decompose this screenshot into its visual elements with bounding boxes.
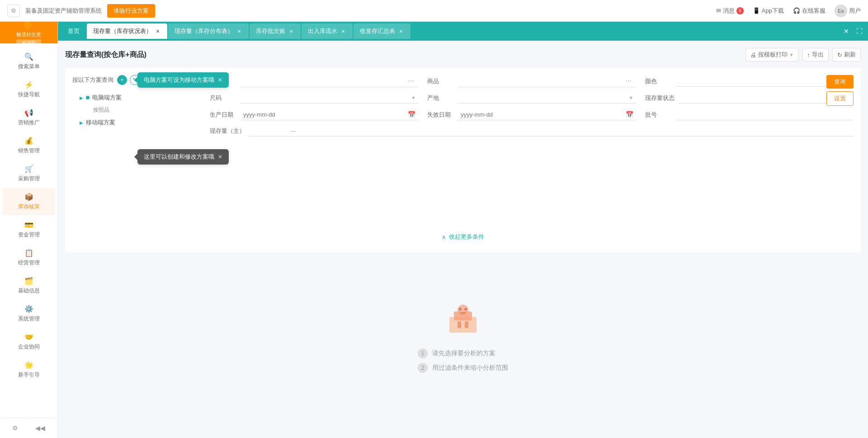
export-btn[interactable]: ↑ 导出 — [802, 48, 829, 61]
print-icon: 🖨 — [750, 52, 756, 58]
headset-icon: 🎧 — [793, 7, 800, 14]
add-scheme-btn[interactable]: + — [117, 75, 127, 85]
collapse-sidebar-btn[interactable]: ◀◀ — [33, 422, 48, 434]
page-title: 现存量查询(按仓库+商品) — [65, 50, 146, 60]
sidebar-item-operations-label: 经营管理 — [18, 259, 40, 267]
production-date-cal[interactable]: 📅 — [408, 111, 415, 118]
tab-inventory-status-close[interactable]: ✕ — [155, 28, 161, 34]
tab-summary-close[interactable]: ✕ — [398, 28, 404, 34]
nav-icon: ⚡ — [24, 80, 33, 89]
marketing-icon: 📢 — [24, 108, 33, 117]
step-2-num: 2 — [418, 363, 428, 373]
tab-actions: ✕ ⛶ — [842, 26, 864, 37]
warehouse-input-wrap[interactable]: ··· — [241, 75, 418, 87]
color-select[interactable] — [679, 78, 851, 85]
user-btn[interactable]: Ea 用户 — [835, 5, 861, 17]
sidebar-item-marketing-label: 营销推广 — [18, 119, 40, 127]
sidebar-item-sales[interactable]: 💰 销售管理 — [3, 132, 55, 159]
color-label: 颜色 — [645, 77, 672, 85]
expiry-date-start[interactable] — [461, 111, 623, 118]
print-btn[interactable]: 🖨 按模板打印 ▼ — [745, 48, 799, 61]
batch-input[interactable] — [676, 109, 854, 120]
scheme-active-dot — [86, 96, 90, 99]
tab-inventory-dist[interactable]: 现存量（库存分布表） ✕ — [168, 24, 249, 39]
sidebar-item-basic[interactable]: 🗂️ 基础信息 — [3, 272, 55, 299]
refresh-btn[interactable]: ↻ 刷新 — [832, 48, 861, 61]
tab-inout-flow-close[interactable]: ✕ — [340, 28, 346, 34]
expiry-date-cal[interactable]: 📅 — [626, 111, 633, 118]
print-chevron: ▼ — [789, 52, 794, 57]
logo-name: 畅通好生意 — [16, 31, 41, 38]
close-all-btn[interactable]: ✕ — [842, 26, 851, 37]
tab-inventory-dist-label: 现存量（库存分布表） — [175, 27, 233, 35]
refresh-icon: ↻ — [837, 52, 842, 58]
gear-button[interactable]: ⚙ — [7, 5, 20, 17]
settings-bottom-btn[interactable]: ⚙ — [9, 422, 21, 434]
search-button[interactable]: 查询 — [826, 75, 854, 89]
sidebar-item-inventory[interactable]: 📦 库存核算 — [3, 188, 55, 215]
filter-row-4: 现存量（主） — — [210, 126, 854, 137]
maximize-btn[interactable]: ⛶ — [854, 26, 864, 37]
search-menu-icon: 🔍 — [24, 52, 33, 61]
tab-inout-flow[interactable]: 出入库流水 ✕ — [302, 24, 353, 39]
tab-home[interactable]: 首页 — [61, 24, 86, 38]
size-select-wrap[interactable]: ▼ — [241, 93, 418, 104]
sidebar-item-nav[interactable]: ⚡ 快捷导航 — [3, 76, 55, 103]
sidebar-item-system[interactable]: ⚙️ 系统管理 — [3, 300, 55, 327]
filter-stock-status: 现存量状态 ▼ — [645, 93, 854, 104]
sidebar-item-operations[interactable]: 📋 经营管理 — [3, 244, 55, 271]
svg-point-6 — [464, 308, 467, 311]
filter-row-1: 仓库 ··· 商品 ··· — [210, 75, 854, 87]
stock-qty-max[interactable] — [299, 127, 335, 134]
sidebar-item-search[interactable]: 🔍 搜索菜单 — [3, 48, 55, 75]
basic-icon: 🗂️ — [24, 277, 33, 285]
size-select[interactable] — [243, 94, 415, 101]
step-2-text: 用过滤条件来缩小分析范围 — [432, 364, 508, 372]
industry-btn[interactable]: 体验行业方案 — [107, 4, 155, 18]
scheme-tooltip: 电脑方案可设为移动方案哦 ✕ — [137, 72, 229, 88]
sidebar-item-search-label: 搜索菜单 — [18, 63, 40, 71]
sidebar-menu: 🔍 搜索菜单 ⚡ 快捷导航 📢 营销推广 💰 销售管理 🛒 采购管理 — [0, 43, 57, 418]
collapse-btn[interactable]: ∧ 收起更多条件 — [72, 228, 854, 245]
sidebar-item-cooperation-label: 企业协同 — [18, 343, 40, 351]
origin-select[interactable] — [461, 94, 633, 101]
top-bar-left: ⚙ 装备及固定资产辅助管理系统 体验行业方案 — [7, 4, 155, 18]
origin-select-wrap[interactable]: ▼ — [458, 93, 636, 104]
tab-summary[interactable]: 收发存汇总表 ✕ — [354, 24, 410, 39]
tab-inventory-status-label: 现存量（库存状况表） — [93, 27, 152, 35]
production-date-label: 生产日期 — [210, 111, 237, 119]
edit-tooltip-close[interactable]: ✕ — [218, 154, 222, 160]
main-content: 现存量查询(按仓库+商品) 🖨 按模板打印 ▼ ↑ 导出 ↻ — [58, 41, 868, 438]
search-bar-label: 按以下方案查询 — [72, 76, 113, 84]
goods-dots[interactable]: ··· — [623, 77, 633, 85]
messages-btn[interactable]: ✉ 消息 6 — [716, 7, 744, 15]
sidebar-item-cooperation[interactable]: 🤝 企业协同 — [3, 328, 55, 355]
filter-goods: 商品 ··· — [427, 75, 636, 87]
sidebar-item-purchase[interactable]: 🛒 采购管理 — [3, 160, 55, 187]
online-service-btn[interactable]: 🎧 在线客服 — [793, 7, 826, 15]
sidebar-item-system-label: 系统管理 — [18, 315, 40, 323]
app-download-btn[interactable]: 📱 App下载 — [753, 7, 784, 15]
production-date-start[interactable] — [243, 111, 406, 118]
sidebar-item-guide[interactable]: 🌟 新手引导 — [3, 356, 55, 383]
stock-status-select[interactable] — [681, 94, 851, 101]
tab-inventory-status[interactable]: 现存量（库存状况表） ✕ — [87, 24, 167, 39]
stock-qty-range: — — [249, 126, 854, 137]
sidebar-item-marketing[interactable]: 📢 营销推广 — [3, 104, 55, 131]
messages-badge: 6 — [736, 7, 744, 14]
phone-icon: 📱 — [753, 7, 760, 14]
warehouse-dots[interactable]: ··· — [406, 77, 415, 85]
tab-batch-account[interactable]: 库存批次账 ✕ — [250, 24, 301, 39]
svg-rect-4 — [465, 321, 468, 328]
scheme-tooltip-close[interactable]: ✕ — [218, 77, 222, 83]
reset-button[interactable]: 设置 — [826, 91, 854, 106]
export-icon: ↑ — [807, 52, 811, 58]
tab-batch-account-close[interactable]: ✕ — [288, 28, 294, 34]
sidebar-item-finance[interactable]: 💳 资金管理 — [3, 216, 55, 243]
goods-input-wrap[interactable]: ··· — [458, 75, 636, 87]
sub-scheme-label: 按照品 — [93, 106, 109, 114]
empty-step-2: 2 用过滤条件来缩小分析范围 — [418, 363, 508, 373]
scheme-expand-icon: ▶ — [80, 95, 83, 100]
tab-inventory-dist-close[interactable]: ✕ — [236, 28, 242, 34]
stock-qty-min[interactable] — [251, 127, 288, 134]
